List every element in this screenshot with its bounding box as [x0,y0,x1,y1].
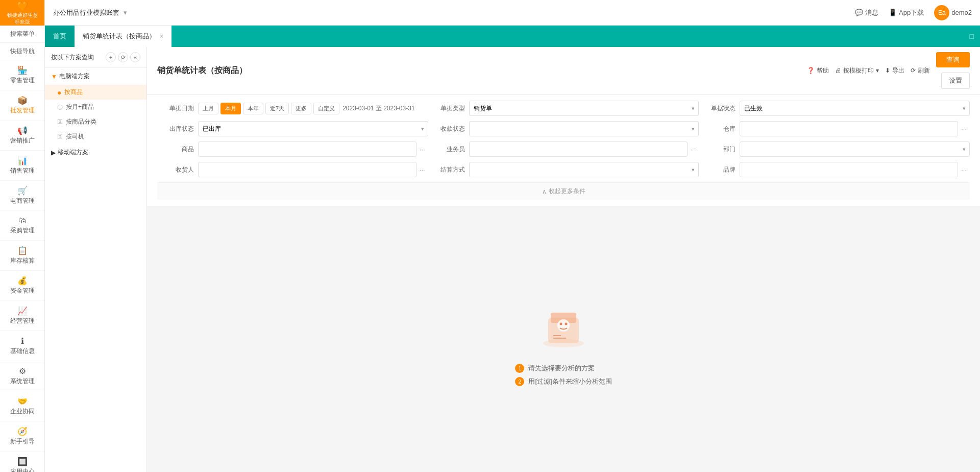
sidebar-item-purchase[interactable]: 🛍 采购管理 [0,211,44,241]
date-btn-lastmonth[interactable]: 上月 [198,103,218,114]
sidebar-item-label: 基础信息 [10,347,35,356]
sidebar-item-wholesale[interactable]: 📦 批发管理 [0,90,44,121]
sales-icon: 📊 [17,156,28,166]
goods-input[interactable] [198,141,416,157]
sidebar-item-sales[interactable]: 📊 销售管理 [0,151,44,181]
section-arrow-icon: ▼ [51,73,57,80]
receiptstatus-select[interactable] [469,121,699,136]
help-label: 帮助 [817,66,829,75]
header-dropdown-icon[interactable]: ▾ [124,9,127,16]
refresh-label: 刷新 [918,66,930,75]
sidebar-item-label: 营销推广 [10,136,35,145]
content-area: 按以下方案查询 + ⟳ « ▼ 电脑端方案 ● 按商品 ㊁ 按月+商品 回 [45,47,980,472]
brand-input[interactable] [740,162,958,177]
sidebar-item-label: 企业协同 [10,407,35,416]
recipient-input[interactable] [198,162,416,177]
sidebar-item-appcenter[interactable]: 🔲 应用中心 [0,452,44,472]
dept-select[interactable] [740,141,970,157]
date-btn-7days[interactable]: 近7天 [265,103,289,114]
item-icon-2: 回 [57,118,63,126]
header-title: 办公用品行业模拟账套 [53,8,119,17]
top-header: 办公用品行业模拟账套 ▾ 💬 消息 📱 App下载 Ea demo2 [45,0,980,26]
settings-button[interactable]: 设置 [941,73,970,89]
tab-home[interactable]: 首页 [45,26,75,47]
date-btn-thismonth[interactable]: 本月 [220,103,241,114]
panel-item-by-category[interactable]: 回 按商品分类 [45,114,146,129]
refresh-btn[interactable]: ⟳ 刷新 [911,66,930,75]
salesperson-label: 业务员 [428,145,469,154]
add-scheme-btn[interactable]: + [106,52,116,62]
sidebar-item-ecommerce[interactable]: 🛒 电商管理 [0,181,44,211]
outstatus-select[interactable]: 已出库 [198,121,428,136]
warehouse-dots[interactable]: ··· [958,125,970,133]
settlement-select[interactable] [469,162,699,177]
salesperson-control: ··· [469,141,699,157]
template-print-label: 按模板打印 [843,66,874,75]
message-btn[interactable]: 💬 消息 [855,8,878,17]
page-header: 销货单统计表（按商品） ❓ 帮助 🖨 按模板打印 ▾ ⬇ 导出 [147,47,980,95]
app-download-btn[interactable]: 📱 App下载 [889,8,924,17]
app-download-label: App下载 [899,8,924,17]
sidebar-item-label: 批发管理 [10,106,35,115]
sidebar-item-retail[interactable]: 🏪 零售管理 [0,60,44,90]
template-print-btn[interactable]: 🖨 按模板打印 ▾ [835,66,879,75]
sidebar-item-marketing[interactable]: 📢 营销推广 [0,121,44,151]
dept-wrapper [740,141,970,157]
collapse-chevron-icon: ∧ [542,188,547,195]
panel-item-by-driver[interactable]: 回 按司机 [45,129,146,144]
tab-close-btn[interactable]: × [160,33,163,40]
active-scheme-icon: ● [57,88,61,97]
doctype-select[interactable]: 销货单 [469,101,699,116]
tab-maximize-btn[interactable]: □ [968,30,976,42]
goods-label: 商品 [157,145,198,154]
right-content: 销货单统计表（按商品） ❓ 帮助 🖨 按模板打印 ▾ ⬇ 导出 [147,47,980,472]
user-avatar: Ea [934,5,949,20]
sidebar-item-sysconfig[interactable]: ⚙ 系统管理 [0,361,44,391]
header-right: 💬 消息 📱 App下载 Ea demo2 [855,5,972,20]
date-btn-more[interactable]: 更多 [291,103,311,114]
section-desktop[interactable]: ▼ 电脑端方案 [45,68,146,85]
sidebar-item-label: 系统管理 [10,377,35,386]
sidebar-item-label: 资金管理 [10,287,35,295]
panel-item-label-1: 按月+商品 [66,103,94,111]
collapse-filter-btn[interactable]: ∧ 收起更多条件 [157,182,970,200]
search-menu-item[interactable]: 搜索菜单 [0,26,44,43]
sidebar-item-finance[interactable]: 💰 资金管理 [0,271,44,301]
tip-text-1: 请先选择要分析的方案 [528,364,595,373]
section-mobile[interactable]: ▶ 移动端方案 [45,144,146,161]
help-btn[interactable]: ❓ 帮助 [807,66,829,75]
goods-dots[interactable]: ··· [416,146,428,153]
date-btn-thisyear[interactable]: 本年 [243,103,263,114]
user-profile-btn[interactable]: Ea demo2 [934,5,972,20]
docstatus-select[interactable]: 已生效 [740,101,970,116]
query-button[interactable]: 查询 [936,52,970,67]
salesperson-dots[interactable]: ··· [688,146,699,153]
sidebar-item-collab[interactable]: 🤝 企业协同 [0,391,44,421]
panel-item-by-month-goods[interactable]: ㊁ 按月+商品 [45,100,146,114]
tip-text-2: 用[过滤]条件来缩小分析范围 [528,377,611,386]
recipient-dots[interactable]: ··· [416,166,428,174]
brand-dots[interactable]: ··· [958,166,970,174]
quick-nav-item[interactable]: 快捷导航 [0,43,44,60]
sidebar-item-inventory[interactable]: 📋 库存核算 [0,241,44,271]
doctype-wrapper: 销货单 [469,101,699,116]
panel-item-by-goods[interactable]: ● 按商品 [45,85,146,100]
sidebar-item-label: 库存核算 [10,256,35,265]
docstatus-label: 单据状态 [699,104,740,113]
panel-item-label-2: 按商品分类 [66,117,96,126]
export-btn[interactable]: ⬇ 导出 [885,66,904,75]
date-btn-custom[interactable]: 自定义 [313,103,339,114]
collapse-panel-btn[interactable]: « [130,52,140,62]
sidebar-item-operations[interactable]: 📈 经营管理 [0,301,44,331]
refresh-scheme-btn[interactable]: ⟳ [118,52,128,62]
docstatus-wrapper: 已生效 [740,101,970,116]
message-icon: 💬 [855,9,863,16]
tab-active[interactable]: 销货单统计表（按商品） × [75,26,172,47]
salesperson-input[interactable] [469,141,688,157]
sidebar: 🧡 畅捷通好生意 标账版 搜索菜单 快捷导航 🏪 零售管理 📦 批发管理 📢 营… [0,0,45,472]
warehouse-input[interactable] [740,121,958,136]
sidebar-item-basicinfo[interactable]: ℹ 基础信息 [0,331,44,361]
date-range-control: 上月 本月 本年 近7天 更多 自定义 2023-03-01 至 2023-03… [198,103,428,114]
sidebar-item-guide[interactable]: 🧭 新手引导 [0,421,44,452]
dept-label: 部门 [699,145,740,154]
